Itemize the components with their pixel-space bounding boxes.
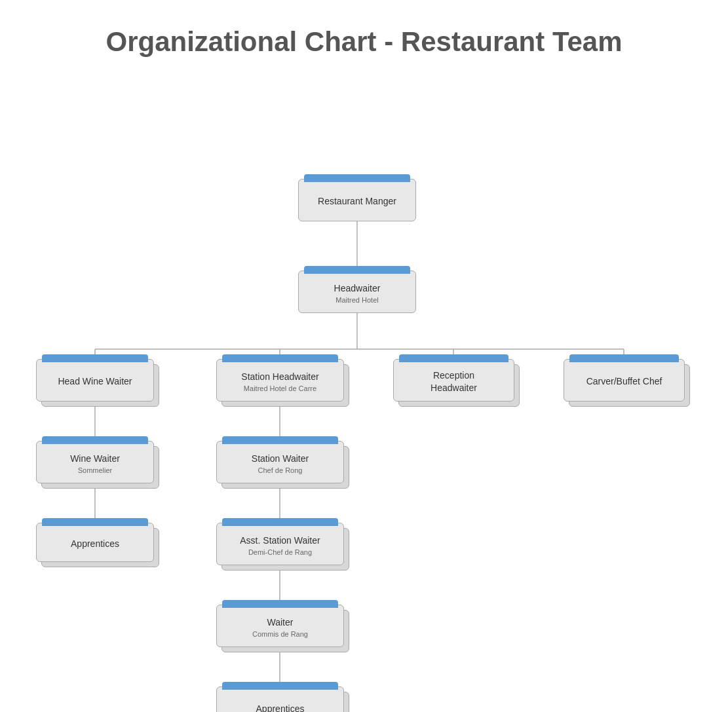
node-waiter: Waiter Commis de Rang — [216, 605, 344, 647]
node-carver-buffet-chef-title: Carver/Buffet Chef — [586, 375, 662, 387]
node-wine-waiter: Wine Waiter Sommelier — [36, 441, 154, 483]
node-carver-buffet-chef: Carver/Buffet Chef — [564, 359, 685, 402]
node-headwaiter-title: Headwaiter — [334, 282, 381, 294]
node-station-headwaiter: Station Headwaiter Maitred Hotel de Carr… — [216, 359, 344, 402]
node-wine-waiter-sub: Sommelier — [78, 466, 113, 474]
node-headwaiter: Headwaiter Maitred Hotel — [298, 271, 416, 313]
node-asst-station-waiter-sub: Demi-Chef de Rang — [248, 548, 312, 556]
node-station-waiter: Station Waiter Chef de Rong — [216, 441, 344, 483]
node-apprentices-left: Apprentices — [36, 523, 154, 562]
node-apprentices-right: Apprentices — [216, 686, 344, 712]
node-head-wine-waiter: Head Wine Waiter — [36, 359, 154, 402]
node-reception-headwaiter-title: Reception Headwaiter — [431, 369, 477, 393]
node-station-headwaiter-sub: Maitred Hotel de Carre — [244, 384, 316, 392]
node-head-wine-waiter-title: Head Wine Waiter — [58, 375, 132, 387]
node-station-headwaiter-title: Station Headwaiter — [241, 371, 318, 383]
node-apprentices-left-title: Apprentices — [71, 538, 119, 550]
node-reception-headwaiter: Reception Headwaiter — [393, 359, 514, 402]
node-wine-waiter-title: Wine Waiter — [70, 453, 120, 464]
node-apprentices-right-title: Apprentices — [256, 703, 305, 712]
page-title: Organizational Chart - Restaurant Team — [0, 0, 728, 77]
node-station-waiter-title: Station Waiter — [252, 453, 309, 464]
node-station-waiter-sub: Chef de Rong — [258, 466, 303, 474]
node-asst-station-waiter-title: Asst. Station Waiter — [240, 534, 320, 546]
node-waiter-sub: Commis de Rang — [252, 630, 308, 638]
node-headwaiter-sub: Maitred Hotel — [335, 296, 378, 304]
node-waiter-title: Waiter — [267, 616, 294, 628]
node-restaurant-manager-title: Restaurant Manger — [318, 195, 396, 207]
node-restaurant-manager: Restaurant Manger — [298, 179, 416, 221]
node-asst-station-waiter: Asst. Station Waiter Demi-Chef de Rang — [216, 523, 344, 565]
